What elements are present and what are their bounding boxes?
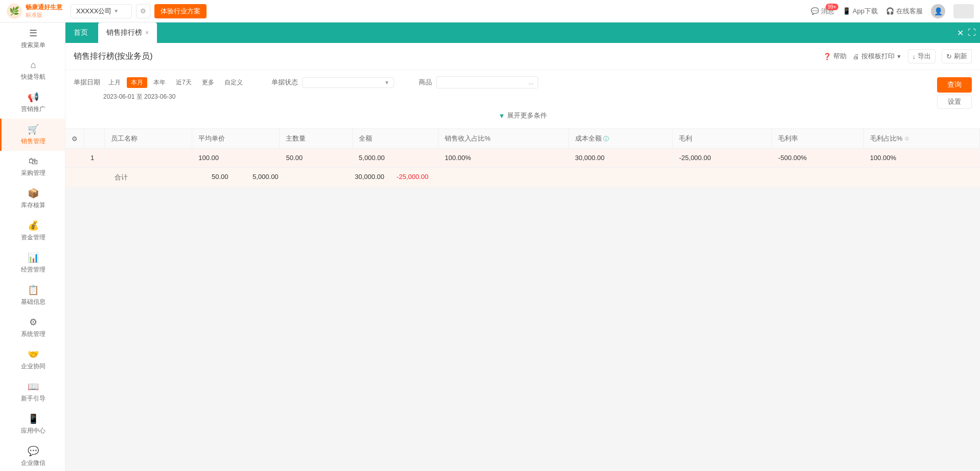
sidebar-label-0: 搜索菜单 — [21, 41, 45, 50]
footer-avg-price — [159, 173, 206, 182]
refresh-button[interactable]: ↻ 刷新 — [942, 49, 972, 63]
sidebar-item-1[interactable]: ⌂快捷导航 — [0, 55, 65, 86]
expand-label: 展开更多条件 — [507, 111, 547, 120]
sidebar-item-2[interactable]: 📢营销推广 — [0, 86, 65, 119]
sidebar-label-12: 应用中心 — [21, 427, 45, 435]
sidebar-item-12[interactable]: 📱应用中心 — [0, 408, 65, 440]
help-icon: ❓ — [823, 53, 831, 60]
commodity-input[interactable]: ... — [436, 76, 538, 88]
online-service-button[interactable]: 🎧 在线客服 — [886, 7, 923, 16]
logo-line2: 标准版 — [26, 11, 62, 18]
date-tab-custom[interactable]: 自定义 — [220, 77, 247, 88]
row-gross-pct: 100.00% — [863, 149, 979, 167]
trial-button[interactable]: 体验行业方案 — [154, 4, 207, 18]
tab-close-icon[interactable]: × — [145, 29, 149, 36]
logo-icon: 🌿 — [6, 3, 22, 19]
date-tabs: 上月 本月 本年 近7天 更多 自定义 — [104, 77, 247, 88]
sidebar-item-10[interactable]: 🤝企业协同 — [0, 344, 65, 376]
app-download-button[interactable]: 📱 App下载 — [842, 7, 878, 16]
col-main-qty: 主数量 — [280, 129, 352, 149]
footer-sales-pct — [287, 173, 349, 182]
sidebar-label-8: 基础信息 — [21, 298, 45, 306]
sidebar-item-4[interactable]: 🛍采购管理 — [0, 151, 65, 183]
sidebar-label-13: 企业微信 — [21, 459, 45, 467]
avatar[interactable]: 👤 — [931, 4, 945, 18]
print-label: 按模板打印 — [861, 52, 895, 61]
date-tab-this-month[interactable]: 本月 — [127, 77, 147, 88]
date-tab-7days[interactable]: 近7天 — [172, 77, 196, 88]
company-name: XXXXX公司 — [76, 7, 111, 16]
status-select[interactable]: ▼ — [302, 77, 394, 88]
sidebar-item-7[interactable]: 📊经营管理 — [0, 247, 65, 279]
expand-down-icon: ▼ — [498, 112, 505, 120]
sidebar-label-2: 营销推广 — [21, 105, 45, 114]
close-window-icon[interactable]: ✕ — [957, 28, 964, 38]
footer-main-qty: 50.00 — [206, 173, 246, 182]
tab-home[interactable]: 首页 — [65, 23, 96, 43]
footer-label: 合计 — [108, 173, 159, 182]
sidebar-item-13[interactable]: 💬企业微信 — [0, 440, 65, 471]
sidebar-label-3: 销售管理 — [21, 137, 45, 146]
row-main-qty: 50.00 — [280, 149, 352, 167]
sidebar-label-11: 新手引导 — [21, 394, 45, 403]
message-badge: 99+ — [826, 4, 838, 10]
company-selector[interactable]: XXXXX公司 ▼ — [71, 4, 132, 18]
tab-active-label: 销售排行榜 — [106, 28, 142, 37]
online-service-label: 在线客服 — [896, 7, 923, 16]
refresh-icon: ↻ — [946, 53, 952, 60]
row-gross: -25,000.00 — [673, 149, 772, 167]
export-label: 导出 — [918, 52, 931, 61]
col-avg-price: 平均单价 — [192, 129, 280, 149]
date-tab-this-year[interactable]: 本年 — [149, 77, 170, 88]
sidebar-item-11[interactable]: 📖新手引导 — [0, 376, 65, 408]
company-dropdown-icon: ▼ — [113, 8, 119, 14]
row-cost-amount: 30,000.00 — [568, 149, 673, 167]
message-button[interactable]: 💬 消息 99+ — [811, 7, 834, 16]
sidebar-icon-10: 🤝 — [28, 349, 39, 360]
phone-icon: 📱 — [842, 7, 851, 15]
print-template-button[interactable]: 🖨 按模板打印 ▼ — [853, 52, 902, 61]
commodity-more-icon[interactable]: ... — [529, 79, 534, 86]
tab-sales-ranking[interactable]: 销售排行榜 × — [98, 23, 157, 43]
sidebar-label-5: 库存核算 — [21, 201, 45, 210]
sidebar-item-6[interactable]: 💰资金管理 — [0, 215, 65, 247]
table-footer: 合计 50.00 5,000.00 30,000.00 -25,000.00 — [65, 167, 980, 187]
expand-more-button[interactable]: ▼ 展开更多条件 — [498, 111, 547, 120]
sidebar-item-0[interactable]: ☰搜索菜单 — [0, 23, 65, 55]
filter-settings-button[interactable]: 设置 — [937, 95, 972, 109]
tab-home-label: 首页 — [74, 28, 88, 37]
row-avg-price: 100.00 — [192, 149, 280, 167]
row-amount: 5,000.00 — [352, 149, 438, 167]
sidebar-icon-13: 💬 — [28, 445, 39, 457]
maximize-icon[interactable]: ⛶ — [968, 28, 976, 37]
settings-icon-btn[interactable]: ⚙ — [136, 4, 150, 18]
commodity-filter-label: 商品 — [419, 78, 432, 87]
sidebar-icon-5: 📦 — [28, 188, 39, 199]
sidebar-icon-3: 🛒 — [28, 124, 39, 135]
logo-line1: 畅康通好生意 — [26, 4, 62, 12]
export-button[interactable]: ↓ 导出 — [908, 49, 936, 63]
sidebar-item-9[interactable]: ⚙系统管理 — [0, 311, 65, 344]
sidebar-icon-4: 🛍 — [29, 156, 38, 167]
help-button[interactable]: ❓ 帮助 — [823, 52, 847, 61]
data-table: ⚙ 员工名称 平均单价 主数量 全额 销售收入占比% 成本全额 ⓘ 毛利 — [65, 129, 980, 167]
print-dropdown-icon: ▼ — [897, 54, 902, 59]
sidebar-icon-6: 💰 — [28, 220, 39, 231]
sidebar-icon-2: 📢 — [28, 92, 39, 103]
date-tab-more[interactable]: 更多 — [198, 77, 218, 88]
sidebar-item-3[interactable]: 🛒销售管理 — [0, 119, 65, 151]
col-sales-pct: 销售收入占比% — [438, 129, 568, 149]
sidebar-item-8[interactable]: 📋基础信息 — [0, 279, 65, 311]
sidebar-icon-0: ☰ — [29, 28, 37, 39]
sidebar-item-5[interactable]: 📦库存核算 — [0, 183, 65, 215]
user-icon: 👤 — [934, 7, 943, 15]
col-rank — [84, 129, 105, 149]
export-icon: ↓ — [913, 53, 916, 60]
app-download-label: App下载 — [853, 7, 878, 16]
footer-gross: -25,000.00 — [391, 173, 435, 182]
sidebar-label-10: 企业协同 — [21, 362, 45, 371]
sidebar-icon-12: 📱 — [28, 413, 39, 424]
query-button[interactable]: 查询 — [937, 77, 972, 93]
col-settings[interactable]: ⚙ — [65, 129, 84, 149]
date-tab-last-month[interactable]: 上月 — [104, 77, 125, 88]
